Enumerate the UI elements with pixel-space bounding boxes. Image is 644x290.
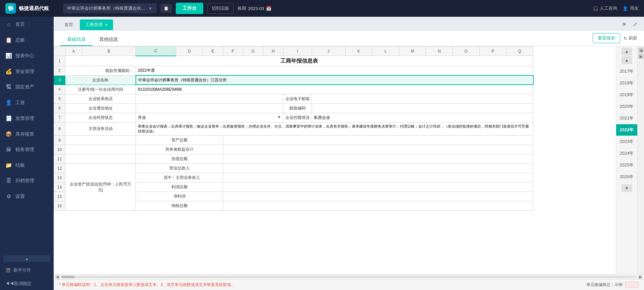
expand-window-button[interactable]: ⤢	[632, 20, 639, 29]
finance-icon: 💰	[5, 68, 12, 75]
scroll-left-button[interactable]: ◀	[55, 275, 60, 279]
sub-tab-basic-info[interactable]: 基础信息	[60, 34, 93, 46]
row13-value[interactable]	[223, 173, 533, 183]
title-cell[interactable]: 工商年报信息表	[65, 56, 533, 66]
sidebar-item-inventory[interactable]: 📦 库存核算	[0, 126, 54, 142]
year-2020[interactable]: 2020年	[616, 101, 637, 113]
row7-status-value[interactable]: 开业 ▼	[136, 113, 283, 122]
sidebar-bottom: ▲ 🎬 新手引导 ◀◀取消固定	[0, 253, 54, 290]
sidebar-item-fixed-assets[interactable]: 🏗 固定资产	[0, 79, 54, 95]
row-9-header: 9	[54, 136, 65, 145]
sidebar-item-invoice[interactable]: 🧾 发票管理	[0, 111, 54, 126]
company-copy-button[interactable]: 📋	[161, 4, 172, 13]
spreadsheet-scroll-area[interactable]: A B C D E F G H I J K L	[54, 46, 616, 274]
panel-expand-button[interactable]: ▶	[638, 54, 644, 59]
company-name: 中审众环会计师事务所（特殊普通合伙...	[67, 5, 145, 11]
row-8-header: 8	[54, 122, 65, 136]
col-f-header: F	[223, 47, 243, 56]
col-l-header: L	[372, 47, 399, 56]
year-2019[interactable]: 2019年	[616, 89, 637, 101]
year-2017[interactable]: 2017年	[616, 66, 637, 77]
row11-value[interactable]	[223, 154, 533, 164]
workbench-button[interactable]: 工作台	[176, 3, 203, 14]
row5-email-value[interactable]	[312, 94, 533, 103]
row14-value[interactable]	[223, 183, 533, 192]
row10-label: 所有者权益合计	[136, 145, 223, 154]
row9-label: 资产总额	[136, 136, 223, 145]
company-selector[interactable]: 中审众环会计师事务所（特殊普通合伙... ▼	[63, 3, 157, 13]
year-2022[interactable]: 2022年	[616, 124, 637, 136]
sidebar-item-finance[interactable]: 💰 资金管理	[0, 64, 54, 79]
col-e-header: E	[203, 47, 223, 56]
sidebar-item-closing[interactable]: 📁 结账	[0, 157, 54, 173]
content-area: 基础信息 其他信息 重置报表 ↻ 刷新	[54, 30, 644, 290]
table-row: 1 工商年报信息表	[54, 56, 533, 66]
row6-postal-value[interactable]	[312, 103, 533, 113]
old-version-button[interactable]: 切到旧版	[207, 3, 233, 14]
year-2026[interactable]: 2026年	[616, 171, 637, 183]
sidebar-item-tax[interactable]: 🏛 税务管理	[0, 142, 54, 157]
year-2018[interactable]: 2018年	[616, 77, 637, 89]
year-2025[interactable]: 2025年	[616, 159, 637, 171]
sidebar-scroll-up[interactable]: ▲	[3, 255, 50, 262]
row-1-header: 1	[54, 56, 65, 66]
new-user-guide-button[interactable]: 🎬 新手引导	[0, 263, 54, 277]
sidebar-label-settings: 设置	[15, 194, 25, 200]
row-12-header: 12	[54, 164, 65, 173]
refresh-button[interactable]: ↻ 刷新	[624, 33, 637, 43]
row10-value[interactable]	[223, 145, 533, 154]
row8-value[interactable]: 审查企业会计报表；出具审计报告；验证企业资本；出具验资报告；办理企业合并、分立、…	[136, 122, 533, 136]
row3-value[interactable]: 中审众环会计师事务所（特殊普通合伙）江苏分所	[136, 75, 533, 85]
sidebar-item-report-center[interactable]: 📊 报表中心	[0, 48, 54, 64]
row12-value[interactable]	[223, 164, 533, 173]
table-row: 11 负债总额	[54, 154, 533, 164]
year-scroll-up-button[interactable]: ▲	[622, 48, 632, 56]
row-11-header: 11	[54, 154, 65, 164]
cancel-fixed-button[interactable]: ◀◀取消固定	[0, 277, 54, 290]
reset-report-button[interactable]: 重置报表	[593, 33, 620, 43]
tab-home[interactable]: 首页	[59, 19, 78, 30]
consult-button[interactable]: 🎧 人工咨询	[593, 5, 617, 11]
year-2023[interactable]: 2023年	[616, 136, 637, 148]
scroll-thumb	[61, 276, 74, 278]
sidebar-item-settings[interactable]: ⚙ 设置	[0, 189, 54, 204]
row10-empty	[65, 145, 136, 154]
corner-header	[54, 47, 65, 56]
year-2021[interactable]: 2021年	[616, 113, 637, 124]
row-10-header: 10	[54, 145, 65, 154]
sidebar-item-archive[interactable]: 🗄 归档管理	[0, 173, 54, 189]
col-h-header: H	[263, 47, 283, 56]
year-2024[interactable]: 2024年	[616, 148, 637, 159]
row11-label: 负债总额	[136, 154, 223, 164]
year-scroll-up2-button[interactable]: ▲	[622, 56, 632, 64]
close-window-button[interactable]: ✕	[621, 20, 628, 29]
home-icon: ⌂	[5, 21, 12, 27]
horizontal-scrollbar[interactable]: ◀ ▶	[54, 274, 644, 279]
sub-tab-other-info[interactable]: 其他信息	[93, 34, 125, 46]
sidebar-item-general-ledger[interactable]: 📋 总账	[0, 32, 54, 48]
row5-phone-value[interactable]	[136, 94, 283, 103]
sidebar-item-salary[interactable]: 👤 工资	[0, 95, 54, 111]
user-area[interactable]: 👤 用友	[623, 5, 639, 11]
report-icon: 📊	[5, 53, 12, 59]
tab-close-icon[interactable]: ✕	[105, 23, 108, 27]
sidebar-item-home[interactable]: ⌂ 首页	[0, 17, 54, 32]
row6-label: 企业通信地址	[65, 103, 136, 113]
calendar-icon[interactable]: 📅	[266, 6, 271, 11]
row4-value[interactable]: 91320100MA208E5W6K	[136, 85, 533, 94]
row2-value[interactable]: 2022年度	[136, 66, 533, 75]
row15-value[interactable]	[223, 192, 533, 201]
row6-address-value[interactable]	[136, 103, 283, 113]
panel-collapse-button[interactable]: ◀	[638, 48, 644, 53]
row7-ownership-value[interactable]: 私营企业	[312, 113, 533, 122]
col-n-header: N	[426, 47, 453, 56]
scroll-right-button[interactable]: ▶	[638, 275, 643, 279]
row16-value[interactable]	[223, 201, 533, 211]
scroll-track[interactable]	[61, 276, 637, 278]
year-scroll-down-button[interactable]: ▼	[622, 184, 632, 192]
col-g-header: G	[243, 47, 263, 56]
row7-ownership-label: 企业控股情况	[283, 113, 312, 122]
row9-value[interactable]	[223, 136, 533, 145]
tab-business-mgmt[interactable]: 工商管理 ✕	[80, 19, 113, 30]
sidebar-label-archive: 归档管理	[15, 178, 34, 184]
